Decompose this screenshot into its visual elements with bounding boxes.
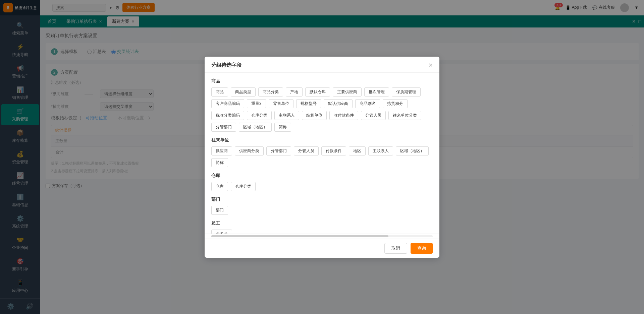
- modal-close-btn[interactable]: ✕: [428, 62, 433, 68]
- field-tags-1: 供应商供应商分类分管部门分管人员付款条件地区主联系人区域（地区）简称: [211, 146, 433, 167]
- field-tag-0-15[interactable]: 税收分类编码: [211, 111, 244, 120]
- field-tag-0-10[interactable]: 零售单位: [269, 99, 293, 108]
- field-tag-1-2[interactable]: 分管部门: [266, 146, 291, 155]
- field-tag-0-14[interactable]: 拣货积分: [383, 99, 408, 108]
- scrollbar-thumb[interactable]: [211, 235, 388, 237]
- section-title-3: 部门: [211, 196, 433, 202]
- field-tag-4-0[interactable]: 业务员: [211, 230, 232, 234]
- field-tag-2-0[interactable]: 仓库: [211, 182, 228, 191]
- modal-body[interactable]: 商品商品商品类型商品分类产地默认仓库主要供应商批次管理保质期管理客户商品编码重量…: [205, 73, 439, 234]
- field-tag-0-1[interactable]: 商品类型: [231, 87, 256, 97]
- cancel-button[interactable]: 取消: [384, 243, 407, 254]
- modal: 分组待选字段 ✕ 商品商品商品类型商品分类产地默认仓库主要供应商批次管理保质期管…: [205, 57, 439, 258]
- field-tag-0-5[interactable]: 主要供应商: [333, 87, 362, 97]
- field-tag-3-0[interactable]: 部门: [211, 206, 228, 215]
- field-section-0: 商品商品商品类型商品分类产地默认仓库主要供应商批次管理保质期管理客户商品编码重量…: [211, 78, 433, 132]
- field-tag-0-12[interactable]: 默认供应商: [324, 99, 353, 108]
- field-section-4: 员工业务员: [211, 220, 433, 234]
- scrollbar-x: [205, 234, 439, 239]
- field-tag-0-3[interactable]: 产地: [286, 87, 303, 97]
- field-section-3: 部门部门: [211, 196, 433, 215]
- field-tag-0-17[interactable]: 主联系人: [274, 111, 299, 120]
- field-tag-0-2[interactable]: 商品分类: [258, 87, 283, 97]
- field-tag-0-9[interactable]: 重量3: [247, 99, 266, 108]
- field-tag-0-16[interactable]: 仓库分类: [247, 111, 272, 120]
- scrollbar-track: [211, 235, 433, 237]
- field-tag-0-4[interactable]: 默认仓库: [305, 87, 330, 97]
- field-tag-1-1[interactable]: 供应商分类: [235, 146, 264, 155]
- field-tag-1-7[interactable]: 区域（地区）: [396, 146, 429, 155]
- field-tag-0-0[interactable]: 商品: [211, 87, 228, 97]
- field-tag-0-20[interactable]: 分管人员: [361, 111, 386, 120]
- field-tag-0-23[interactable]: 区域（地区）: [239, 123, 272, 132]
- field-tag-1-0[interactable]: 供应商: [211, 146, 232, 155]
- modal-header: 分组待选字段 ✕: [205, 57, 439, 73]
- field-tags-4: 业务员: [211, 230, 433, 234]
- section-title-1: 往来单位: [211, 137, 433, 143]
- field-tags-2: 仓库仓库分类: [211, 182, 433, 191]
- field-tag-0-19[interactable]: 收付款条件: [329, 111, 358, 120]
- field-section-1: 往来单位供应商供应商分类分管部门分管人员付款条件地区主联系人区域（地区）简称: [211, 137, 433, 167]
- field-tag-0-21[interactable]: 往来单位分类: [388, 111, 421, 120]
- confirm-button[interactable]: 查询: [411, 243, 433, 254]
- section-title-2: 仓库: [211, 173, 433, 179]
- field-tag-2-1[interactable]: 仓库分类: [231, 182, 256, 191]
- field-tag-1-5[interactable]: 地区: [349, 146, 366, 155]
- field-tag-0-6[interactable]: 批次管理: [364, 87, 389, 97]
- field-tag-0-11[interactable]: 规格型号: [296, 99, 321, 108]
- modal-footer: 取消 查询: [205, 239, 439, 258]
- modal-overlay: 分组待选字段 ✕ 商品商品商品类型商品分类产地默认仓库主要供应商批次管理保质期管…: [0, 0, 644, 314]
- field-tags-3: 部门: [211, 206, 433, 215]
- field-tag-0-8[interactable]: 客户商品编码: [211, 99, 244, 108]
- modal-title: 分组待选字段: [211, 62, 241, 68]
- field-tag-1-4[interactable]: 付款条件: [321, 146, 346, 155]
- field-tag-0-22[interactable]: 分管部门: [211, 123, 236, 132]
- field-tag-0-18[interactable]: 结算单位: [302, 111, 327, 120]
- field-tag-1-6[interactable]: 主联系人: [368, 146, 393, 155]
- field-tag-0-7[interactable]: 保质期管理: [392, 87, 421, 97]
- field-tag-1-8[interactable]: 简称: [211, 158, 228, 167]
- field-tag-1-3[interactable]: 分管人员: [294, 146, 319, 155]
- field-tags-0: 商品商品类型商品分类产地默认仓库主要供应商批次管理保质期管理客户商品编码重量3零…: [211, 87, 433, 132]
- section-title-4: 员工: [211, 220, 433, 226]
- section-title-0: 商品: [211, 78, 433, 84]
- field-section-2: 仓库仓库仓库分类: [211, 173, 433, 191]
- field-tag-0-13[interactable]: 商品别名: [355, 99, 380, 108]
- field-tag-0-24[interactable]: 简称: [274, 123, 291, 132]
